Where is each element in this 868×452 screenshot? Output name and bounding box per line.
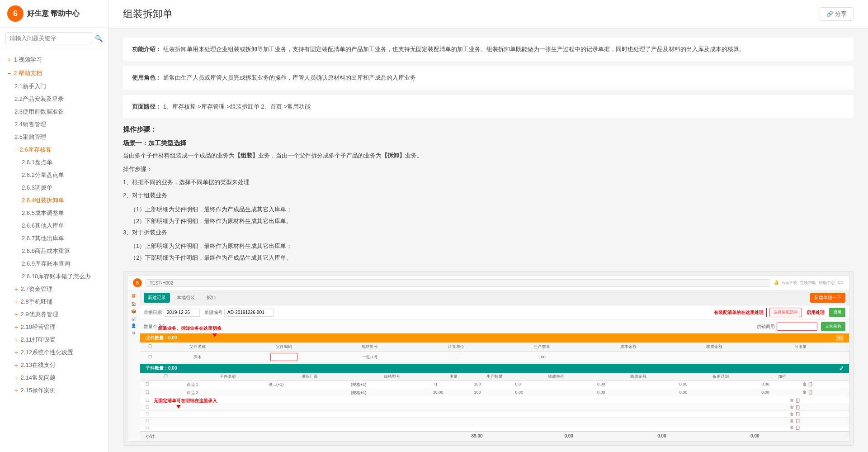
sidebar-item-data-prep[interactable]: 2.3使用前数据准备 xyxy=(0,105,108,118)
lower-table-row-7: ☐ 🗑 📋 xyxy=(140,424,849,431)
sidebar-item-print[interactable]: + 2.11打印设置 xyxy=(0,333,108,346)
sidebar-sub-label: 2.11打印设置 xyxy=(21,336,56,344)
share-button[interactable]: 🔗 分享 xyxy=(820,7,854,21)
sidebar-item-stock-ledger[interactable]: 2.6.9库存账本查询 xyxy=(0,257,108,270)
lr1-qty: 100 xyxy=(474,382,515,388)
row1-code[interactable] xyxy=(241,353,327,361)
mock-main-area: 新建记录 本地组装 拆卸 新建单据一下 单据日期 xyxy=(140,290,849,441)
col2-unit-price: 核成单价 xyxy=(515,374,597,380)
mock-num-input[interactable] xyxy=(224,309,274,317)
scene1-step2-list: （1）上部明细为父件明细，最终作为产成品生成其它入库单； （2）下部明细为子件明… xyxy=(130,204,854,227)
lr1-action: 🗑 📋 xyxy=(802,382,844,388)
sidebar-item-stock-fix[interactable]: 2.6.10库存账本错了怎么办 xyxy=(0,270,108,283)
sidebar-item-beginner[interactable]: 2.1新手入门 xyxy=(0,80,108,93)
sidebar-item-finance[interactable]: + 2.7资金管理 xyxy=(0,283,108,295)
col2-ops xyxy=(802,374,844,380)
sidebar-item-cost-adjust[interactable]: 2.6.5成本调整单 xyxy=(0,207,108,219)
lr2-markup: 0.00 xyxy=(761,390,802,396)
row1-code-input[interactable] xyxy=(270,353,297,361)
sidebar-item-faq[interactable]: + 2.14常见问题 xyxy=(0,371,108,384)
annotation-no-bom-container: ☐ 🗑 📋 ☐ 🗑 📋 ☐ xyxy=(140,397,849,431)
sidebar-item-other-out[interactable]: 2.6.7其他出库单 xyxy=(0,232,108,245)
total-spacer4 xyxy=(425,433,472,440)
search-input[interactable] xyxy=(5,32,92,44)
sidebar-item-personalize[interactable]: + 2.12系统个性化设置 xyxy=(0,346,108,359)
col-qty: 生产数量 xyxy=(499,344,585,350)
mock-bom-btn[interactable]: 选择装配清单 xyxy=(769,308,802,317)
lr2-usage: 30.00 xyxy=(433,390,474,396)
mock-add-btn[interactable]: + xyxy=(836,335,844,341)
sidebar-item-inventory[interactable]: − 2.6库存核算 xyxy=(0,143,108,156)
lower-table-row-6: ☐ 🗑 📋 xyxy=(140,418,849,424)
sidebar-sub-label: 2.9优惠券管理 xyxy=(21,310,58,319)
lr2-check[interactable]: ☐ xyxy=(146,390,187,396)
total-spacer1 xyxy=(192,433,285,440)
annotation-enable-text: 启用处理 xyxy=(807,309,825,316)
sidebar-item-video-learning[interactable]: + 1.视频学习 xyxy=(0,53,108,67)
lr4-check[interactable]: ☐ xyxy=(146,405,199,409)
mock-enable-btn[interactable]: 启用 xyxy=(829,308,845,317)
mock-new-btn[interactable]: 新建单据一下 xyxy=(810,293,845,303)
lr1-check[interactable]: ☐ xyxy=(146,382,187,388)
row1-unit: ... xyxy=(413,355,500,359)
lr1-name: 商品 1 xyxy=(187,382,269,388)
mock-bom-section: 有装配清单的在这里处理 选择装配清单 xyxy=(714,308,802,317)
sidebar-sub-label: 2.6.9库存账本查询 xyxy=(22,260,70,268)
arrow-down-icon xyxy=(212,333,217,337)
sidebar-item-coupon[interactable]: + 2.9优惠券管理 xyxy=(0,308,108,321)
sidebar-sub-label: 2.6.3调拨单 xyxy=(22,184,52,192)
share-icon: 🔗 xyxy=(826,11,833,17)
lr5-action: 🗑 📋 xyxy=(790,412,844,416)
sidebar-item-ops-mgmt[interactable]: + 2.10经营管理 xyxy=(0,321,108,333)
mock-content-area: 首 🏠 📦 📊 👤 ⚙ 新建记录 本地组装 拆卸 xyxy=(127,290,849,441)
sidebar-item-purchase[interactable]: 2.5采购管理 xyxy=(0,131,108,143)
lr6-check[interactable]: ☐ xyxy=(146,419,199,423)
mock-tab-local-assembly[interactable]: 本地组装 xyxy=(172,292,200,303)
ops-section: 操作步骤： 场景一：加工类型选择 当由多个子件材料组装成一个成品的业务为【组装】… xyxy=(123,125,854,264)
sidebar-item-cases[interactable]: + 2.15操作案例 xyxy=(0,384,108,397)
lr2-qty: 100 xyxy=(474,390,515,396)
lr1-price: 0.0 xyxy=(515,382,597,388)
total-ops xyxy=(797,433,844,440)
sidebar-item-install[interactable]: 2.2产品安装及登录 xyxy=(0,93,108,105)
col-available: 可用量 xyxy=(758,344,844,350)
mock-icon3: 📊 xyxy=(131,316,136,321)
mock-batch-input[interactable] xyxy=(777,323,817,331)
mock-date-input[interactable] xyxy=(164,309,200,317)
lr1-spec: (规格+1) xyxy=(351,382,433,388)
sidebar-item-help-docs[interactable]: − 2.帮助文档 xyxy=(0,67,108,80)
mock-tab-new-record[interactable]: 新建记录 xyxy=(144,293,170,303)
annotation-no-bom-text: 无固定清单可在明细在这里录入 xyxy=(154,398,217,404)
sidebar-item-assembly[interactable]: 2.6.4组装拆卸单 xyxy=(0,194,108,207)
lr3-action: 🗑 📋 xyxy=(790,398,844,403)
mock-total-row: 小计 89.00 0.00 0.00 0.00 xyxy=(140,431,849,441)
mock-confirm-btn[interactable]: 立实采购 xyxy=(821,322,845,331)
main-content: 组装拆卸单 🔗 分享 功能介绍： 组装拆卸单用来处理企业组装或拆卸等加工业务，支… xyxy=(108,0,868,452)
lr4-action: 🗑 📋 xyxy=(790,405,844,409)
row1-check[interactable]: ☐ xyxy=(146,355,155,359)
sidebar-item-stocktake[interactable]: 2.6.1盘点单 xyxy=(0,156,108,169)
sidebar-item-mobile[interactable]: + 2.8手机旺铺 xyxy=(0,295,108,308)
lr5-check[interactable]: ☐ xyxy=(146,412,199,416)
sidebar-item-sales[interactable]: 2.4销售管理 xyxy=(0,118,108,131)
sidebar-sub-label: 2.6.5成本调整单 xyxy=(22,209,64,217)
mock-tab-disassemble[interactable]: 拆卸 xyxy=(202,292,221,303)
sidebar-item-transfer[interactable]: 2.6.3调拨单 xyxy=(0,181,108,194)
mock-form-area: 单据日期 单据编号 有装配清单的在这里处理 xyxy=(140,305,849,320)
col-spec: 规格型号 xyxy=(327,344,413,350)
lower-table-row-1: ☐ 商品 1 供...(+1) (规格+1) +1 100 0.0 0.00 0… xyxy=(140,381,849,389)
scene1-title: 场景一：加工类型选择 xyxy=(123,139,854,147)
sidebar-item-qty-stocktake[interactable]: 2.6.2分量盘点单 xyxy=(0,169,108,181)
plus-icon: + xyxy=(14,324,18,331)
func-intro-label: 功能介绍： xyxy=(132,46,161,52)
col-checkbox: ☐ xyxy=(146,344,155,350)
mock-child-bar: 子件数量：0.00 ⤢ xyxy=(140,364,849,373)
mock-upper-table: ☐ 父件名称 父件编码 规格型号 计量单位 生产数量 成本金额 核成金额 可用量 xyxy=(140,343,849,363)
search-icon[interactable]: 🔍 xyxy=(95,35,103,42)
role-block: 使用角色： 通常由生产人员或库管人员完成拆装业务的操作，库管人员确认原材料的出库… xyxy=(123,66,854,89)
sidebar-item-payment[interactable]: + 2.13在线支付 xyxy=(0,359,108,371)
annotation-line1 xyxy=(766,308,767,317)
sidebar-item-other-in[interactable]: 2.6.6其他入库单 xyxy=(0,219,108,232)
sidebar-item-cost-recalc[interactable]: 2.6.8商品成本重算 xyxy=(0,245,108,257)
lr7-check[interactable]: ☐ xyxy=(146,425,199,430)
